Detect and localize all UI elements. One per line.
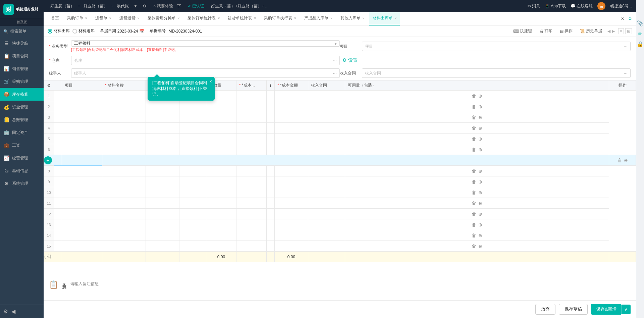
cell-qty[interactable] bbox=[179, 230, 206, 241]
cell-amount[interactable] bbox=[267, 112, 275, 123]
experience-nav[interactable]: ○ 我要体验一下 bbox=[153, 3, 181, 9]
header-nav-good-business[interactable]: 好生意（苗） bbox=[48, 3, 77, 10]
add-row-btn[interactable]: + bbox=[44, 156, 52, 164]
sidebar-item-sales[interactable]: 📊 销售管理 bbox=[0, 62, 44, 75]
cell-amount[interactable] bbox=[267, 198, 275, 209]
cell-contract[interactable] bbox=[275, 134, 308, 144]
draft-btn[interactable]: 保存草稿 bbox=[559, 304, 588, 315]
cell-cost[interactable] bbox=[206, 134, 236, 144]
cell-qty[interactable] bbox=[179, 144, 206, 155]
cell-amount[interactable] bbox=[267, 134, 275, 144]
cell-spec[interactable] bbox=[102, 198, 146, 209]
cell-material[interactable] bbox=[62, 166, 102, 176]
delete-row-btn[interactable]: 🗑 bbox=[472, 125, 476, 131]
tab-material-out[interactable]: 材料出库单× bbox=[369, 12, 400, 25]
next-btn[interactable]: ▶ bbox=[612, 29, 615, 34]
close-tab-purchase-order[interactable]: × bbox=[85, 16, 87, 20]
tab-home[interactable]: 首页 bbox=[48, 12, 62, 25]
user-name[interactable]: 畅捷通8号... bbox=[610, 3, 632, 9]
cell-qty[interactable] bbox=[179, 123, 206, 134]
cell-spec[interactable] bbox=[102, 219, 146, 230]
search-menu[interactable]: 🔍 搜索菜单 bbox=[0, 26, 44, 37]
cell-project[interactable] bbox=[54, 241, 62, 252]
income-contract-input[interactable]: 收入合同 ··· bbox=[362, 68, 631, 78]
user-avatar[interactable]: 苗 bbox=[597, 2, 605, 10]
cell-unit[interactable] bbox=[146, 123, 179, 134]
header-nav-good-finance[interactable]: 好业财（苗） bbox=[81, 3, 110, 10]
delete-row-btn[interactable]: 🗑 bbox=[472, 244, 476, 249]
project-input[interactable]: 项目 ··· bbox=[362, 42, 631, 51]
cell-cost[interactable] bbox=[206, 101, 236, 112]
cell-amount[interactable] bbox=[267, 144, 275, 155]
cell-contract[interactable] bbox=[275, 198, 308, 209]
delete-row-btn[interactable]: 🗑 bbox=[472, 168, 476, 174]
close-tab-cost[interactable]: × bbox=[178, 16, 180, 20]
cell-contract[interactable] bbox=[275, 166, 308, 176]
cell-qty[interactable] bbox=[179, 198, 206, 209]
cell-qty[interactable] bbox=[179, 166, 206, 176]
cell-spec[interactable] bbox=[102, 123, 146, 134]
cell-qty[interactable] bbox=[179, 209, 206, 219]
radio-material-out[interactable]: 材料出库 bbox=[48, 28, 70, 34]
cell-project[interactable] bbox=[54, 144, 62, 155]
copy-row-btn[interactable]: ⊕ bbox=[478, 201, 482, 206]
delete-row-btn[interactable]: 🗑 bbox=[472, 233, 476, 238]
business-type-dropdown[interactable]: ▾ bbox=[334, 41, 337, 46]
notes-input[interactable] bbox=[70, 280, 631, 292]
delete-row-btn[interactable]: 🗑 bbox=[617, 158, 622, 163]
sidebar-item-assets[interactable]: 🏢 固定资产 bbox=[0, 126, 44, 139]
copy-row-btn[interactable]: ⊕ bbox=[478, 125, 482, 131]
settings-bottom-btn[interactable]: ⚙ bbox=[3, 308, 8, 315]
cell-material[interactable] bbox=[62, 230, 102, 241]
close-tab-other[interactable]: × bbox=[363, 16, 365, 20]
cell-material[interactable] bbox=[62, 134, 102, 144]
header-nav-dropdown[interactable]: ▼ bbox=[133, 4, 138, 8]
tab-settings-icon[interactable]: ⚙ bbox=[628, 16, 632, 21]
cell-qty[interactable] bbox=[179, 176, 206, 187]
cell-spec[interactable] bbox=[102, 144, 146, 155]
prev-btn[interactable]: ◀ bbox=[607, 29, 610, 34]
cell-spec[interactable] bbox=[102, 209, 146, 219]
sidebar-item-finance[interactable]: 💰 资金管理 bbox=[0, 101, 44, 113]
cell-unit[interactable] bbox=[146, 198, 179, 209]
close-tab-product[interactable]: × bbox=[330, 16, 332, 20]
cell-project[interactable] bbox=[54, 134, 62, 144]
save-new-main-btn[interactable]: 保存&新增 bbox=[591, 304, 621, 315]
cell-available[interactable] bbox=[308, 166, 345, 176]
grid-view-btn[interactable]: ⊞ bbox=[625, 28, 632, 34]
cell-project[interactable] bbox=[54, 230, 62, 241]
cell-project[interactable] bbox=[54, 91, 62, 101]
cell-available[interactable] bbox=[308, 241, 345, 252]
sidebar-item-base[interactable]: 🗂 基础信息 bbox=[0, 164, 44, 177]
cell-spec[interactable] bbox=[102, 230, 146, 241]
cell-spec[interactable] bbox=[102, 134, 146, 144]
delete-row-btn[interactable]: 🗑 bbox=[472, 179, 476, 184]
close-tab-stats[interactable]: × bbox=[218, 16, 220, 20]
shortcut-btn[interactable]: ⌨ 快捷键 bbox=[511, 28, 534, 35]
cell-available[interactable] bbox=[308, 134, 345, 144]
cell-project[interactable] bbox=[54, 219, 62, 230]
message-btn[interactable]: ✉ 消息 bbox=[528, 3, 540, 9]
cell-spec[interactable] bbox=[102, 241, 146, 252]
list-view-btn[interactable]: ≡ bbox=[618, 28, 624, 34]
cell-qty[interactable] bbox=[179, 112, 206, 123]
history-btn[interactable]: 📜 历史单据 bbox=[578, 28, 604, 35]
cell-project[interactable] bbox=[54, 112, 62, 123]
cell-material[interactable] bbox=[62, 91, 102, 101]
cell-cost[interactable] bbox=[206, 187, 236, 198]
cell-amount[interactable] bbox=[267, 91, 275, 101]
copy-row-btn[interactable]: ⊕ bbox=[478, 222, 482, 227]
cell-available[interactable] bbox=[308, 176, 345, 187]
cell-spec[interactable] bbox=[102, 101, 146, 112]
cell-project[interactable] bbox=[54, 198, 62, 209]
delete-row-btn[interactable]: 🗑 bbox=[472, 115, 476, 120]
warehouse-more-btn[interactable]: ··· bbox=[333, 58, 337, 63]
cell-cost[interactable] bbox=[206, 241, 236, 252]
handler-more-btn[interactable]: ··· bbox=[333, 70, 337, 76]
cell-available[interactable] bbox=[308, 144, 345, 155]
cell-amount[interactable] bbox=[267, 219, 275, 230]
cell-contract[interactable] bbox=[275, 176, 308, 187]
close-tab-return[interactable]: × bbox=[138, 16, 140, 20]
cell-material-active[interactable] bbox=[62, 155, 102, 166]
tab-purchase-return[interactable]: 进货退货× bbox=[116, 12, 143, 25]
